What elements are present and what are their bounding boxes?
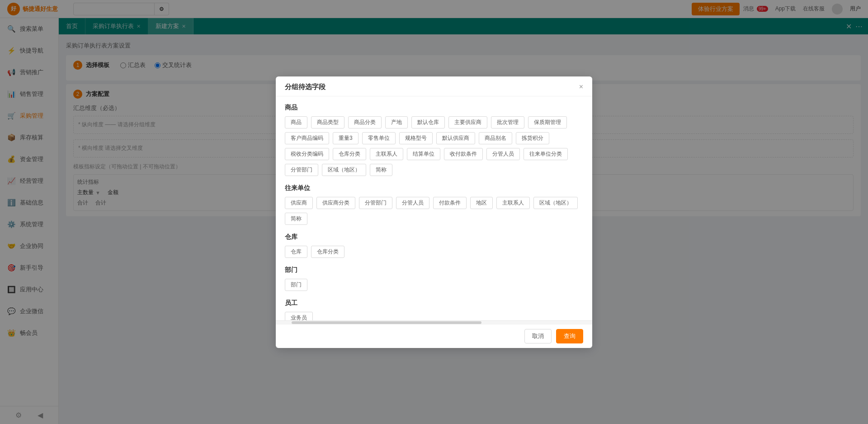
field-tag-0-17[interactable]: 主联系人 bbox=[370, 148, 403, 160]
field-tag-3-0[interactable]: 部门 bbox=[285, 279, 307, 291]
field-tag-0-3[interactable]: 产地 bbox=[385, 116, 408, 129]
field-tag-1-7[interactable]: 区域（地区） bbox=[533, 197, 578, 209]
field-tag-0-21[interactable]: 往来单位分类 bbox=[524, 148, 568, 160]
field-tag-1-6[interactable]: 主联系人 bbox=[496, 197, 530, 209]
field-tag-2-1[interactable]: 仓库分类 bbox=[311, 246, 344, 258]
modal-close-btn[interactable]: × bbox=[579, 83, 583, 91]
field-tags-1: 供应商供应商分类分管部门分管人员付款条件地区主联系人区域（地区）简称 bbox=[285, 197, 583, 225]
modal-footer: 取消 查询 bbox=[276, 324, 592, 348]
field-tag-0-22[interactable]: 分管部门 bbox=[285, 164, 318, 176]
field-tag-1-2[interactable]: 分管部门 bbox=[359, 197, 392, 209]
field-tag-2-0[interactable]: 仓库 bbox=[285, 246, 307, 258]
field-section-title-3: 部门 bbox=[285, 266, 583, 274]
field-section-0: 商品商品商品类型商品分类产地默认仓库主要供应商批次管理保质期管理客户商品编码重量… bbox=[285, 104, 583, 176]
field-tag-0-23[interactable]: 区域（地区） bbox=[322, 164, 366, 176]
field-tag-0-10[interactable]: 零售单位 bbox=[362, 132, 396, 144]
field-tag-0-4[interactable]: 默认仓库 bbox=[411, 116, 445, 129]
field-tag-0-0[interactable]: 商品 bbox=[285, 116, 307, 129]
field-tag-0-6[interactable]: 批次管理 bbox=[491, 116, 524, 129]
field-tag-1-8[interactable]: 简称 bbox=[285, 213, 307, 225]
field-tags-0: 商品商品类型商品分类产地默认仓库主要供应商批次管理保质期管理客户商品编码重量3零… bbox=[285, 116, 583, 176]
field-tag-0-16[interactable]: 仓库分类 bbox=[333, 148, 366, 160]
field-tags-3: 部门 bbox=[285, 279, 583, 291]
modal-body: 商品商品商品类型商品分类产地默认仓库主要供应商批次管理保质期管理客户商品编码重量… bbox=[276, 96, 592, 320]
field-tag-0-14[interactable]: 拣货积分 bbox=[516, 132, 549, 144]
field-tag-0-15[interactable]: 税收分类编码 bbox=[285, 148, 329, 160]
field-section-1: 往来单位供应商供应商分类分管部门分管人员付款条件地区主联系人区域（地区）简称 bbox=[285, 184, 583, 225]
field-tag-4-0[interactable]: 业务员 bbox=[285, 312, 313, 320]
field-tag-0-8[interactable]: 客户商品编码 bbox=[285, 132, 329, 144]
field-tags-4: 业务员 bbox=[285, 312, 583, 320]
modal-overlay[interactable]: 分组待选字段 × 商品商品商品类型商品分类产地默认仓库主要供应商批次管理保质期管… bbox=[0, 0, 868, 424]
modal-hscroll-thumb bbox=[292, 321, 481, 324]
field-tags-2: 仓库仓库分类 bbox=[285, 246, 583, 258]
field-tag-1-1[interactable]: 供应商分类 bbox=[316, 197, 355, 209]
field-section-title-2: 仓库 bbox=[285, 233, 583, 241]
field-tag-0-11[interactable]: 规格型号 bbox=[399, 132, 433, 144]
field-tag-0-24[interactable]: 简称 bbox=[370, 164, 392, 176]
modal-horizontal-scroll[interactable] bbox=[276, 320, 592, 324]
field-tag-0-18[interactable]: 结算单位 bbox=[407, 148, 440, 160]
field-select-modal: 分组待选字段 × 商品商品商品类型商品分类产地默认仓库主要供应商批次管理保质期管… bbox=[276, 76, 592, 348]
field-tag-1-3[interactable]: 分管人员 bbox=[396, 197, 429, 209]
field-tag-0-12[interactable]: 默认供应商 bbox=[436, 132, 475, 144]
field-tag-0-1[interactable]: 商品类型 bbox=[311, 116, 344, 129]
field-section-4: 员工业务员 bbox=[285, 299, 583, 320]
field-tag-0-5[interactable]: 主要供应商 bbox=[448, 116, 487, 129]
field-section-title-0: 商品 bbox=[285, 104, 583, 112]
field-tag-0-20[interactable]: 分管人员 bbox=[486, 148, 520, 160]
field-tag-1-0[interactable]: 供应商 bbox=[285, 197, 313, 209]
field-tag-0-9[interactable]: 重量3 bbox=[333, 132, 359, 144]
field-tag-0-2[interactable]: 商品分类 bbox=[348, 116, 382, 129]
field-tag-1-4[interactable]: 付款条件 bbox=[433, 197, 467, 209]
field-section-3: 部门部门 bbox=[285, 266, 583, 291]
field-tag-0-7[interactable]: 保质期管理 bbox=[528, 116, 567, 129]
field-section-title-4: 员工 bbox=[285, 299, 583, 307]
modal-title: 分组待选字段 bbox=[285, 83, 326, 91]
field-tag-0-13[interactable]: 商品别名 bbox=[479, 132, 512, 144]
field-section-title-1: 往来单位 bbox=[285, 184, 583, 192]
confirm-btn[interactable]: 查询 bbox=[556, 329, 583, 343]
field-tag-1-5[interactable]: 地区 bbox=[470, 197, 493, 209]
modal-header: 分组待选字段 × bbox=[276, 76, 592, 96]
field-section-2: 仓库仓库仓库分类 bbox=[285, 233, 583, 258]
cancel-btn[interactable]: 取消 bbox=[524, 329, 552, 343]
field-tag-0-19[interactable]: 收付款条件 bbox=[444, 148, 483, 160]
